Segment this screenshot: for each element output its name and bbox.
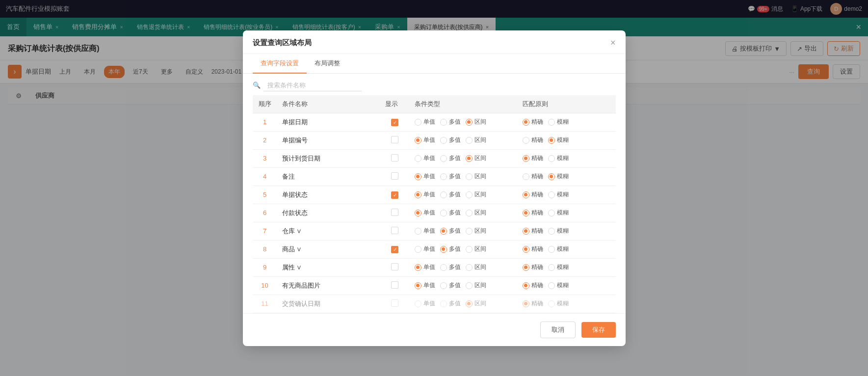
row-display[interactable] <box>380 149 410 167</box>
type-radio-item[interactable]: 多值 <box>440 263 461 271</box>
match-radio-item[interactable]: 模糊 <box>548 245 569 253</box>
type-radio-item[interactable]: 多值 <box>440 190 461 199</box>
row-display[interactable]: ✓ <box>380 113 410 131</box>
match-radio-circle <box>548 173 555 180</box>
type-radio-item[interactable]: 多值 <box>440 227 461 235</box>
type-radio-item[interactable]: 区间 <box>466 118 486 126</box>
row-match: 精确模糊 <box>518 240 616 258</box>
match-radio-item[interactable]: 模糊 <box>548 281 569 290</box>
type-radio-item[interactable]: 单值 <box>415 281 435 290</box>
display-checkbox[interactable] <box>391 172 398 180</box>
type-radio-item[interactable]: 区间 <box>466 154 486 162</box>
type-radio-item[interactable]: 多值 <box>440 118 461 126</box>
dialog-close-button[interactable]: × <box>610 38 616 47</box>
type-radio-item[interactable]: 单值 <box>415 172 435 181</box>
row-display[interactable] <box>380 131 410 149</box>
type-radio-item[interactable]: 多值 <box>440 209 461 217</box>
type-radio-item[interactable]: 区间 <box>466 190 486 199</box>
type-radio-item[interactable]: 多值 <box>440 299 461 308</box>
row-display[interactable] <box>380 276 410 295</box>
type-radio-item[interactable]: 区间 <box>466 245 486 253</box>
type-radio-item[interactable]: 单值 <box>415 154 435 162</box>
match-radio-item[interactable]: 精确 <box>523 299 543 308</box>
match-radio-circle <box>523 210 529 216</box>
type-radio-item[interactable]: 单值 <box>415 227 435 235</box>
row-name: 备注 <box>277 167 380 186</box>
type-radio-item[interactable]: 多值 <box>440 136 461 144</box>
type-radio-item[interactable]: 单值 <box>415 209 435 217</box>
table-row: 5单据状态✓单值多值区间精确模糊 <box>253 186 616 204</box>
search-input[interactable] <box>263 80 362 91</box>
row-display[interactable] <box>380 258 410 276</box>
type-radio-item[interactable]: 区间 <box>466 299 486 308</box>
type-radio-item[interactable]: 多值 <box>440 172 461 181</box>
type-radio-item[interactable]: 多值 <box>440 281 461 290</box>
type-radio-item[interactable]: 单值 <box>415 118 435 126</box>
match-radio-item[interactable]: 精确 <box>523 118 543 126</box>
display-checkbox[interactable] <box>391 136 398 143</box>
type-radio-item[interactable]: 单值 <box>415 263 435 271</box>
match-radio-item[interactable]: 精确 <box>523 154 543 162</box>
modal-overlay: 设置查询区域布局 × 查询字段设置 布局调整 🔍 顺序 条件名称 <box>0 0 868 376</box>
row-display[interactable]: ✓ <box>380 240 410 258</box>
match-radio-item[interactable]: 模糊 <box>548 172 569 181</box>
match-radio-circle <box>523 191 529 198</box>
match-radio-item[interactable]: 模糊 <box>548 263 569 271</box>
display-checkbox[interactable] <box>391 209 398 216</box>
type-radio-item[interactable]: 单值 <box>415 245 435 253</box>
dialog-tab-query[interactable]: 查询字段设置 <box>253 54 307 74</box>
type-radio-circle <box>440 264 447 271</box>
match-radio-circle <box>523 282 529 289</box>
display-checkbox[interactable]: ✓ <box>391 246 398 253</box>
type-radio-item[interactable]: 区间 <box>466 136 486 144</box>
match-radio-item[interactable]: 模糊 <box>548 190 569 199</box>
display-checkbox[interactable]: ✓ <box>391 191 398 199</box>
match-radio-item[interactable]: 精确 <box>523 281 543 290</box>
row-display[interactable]: ✓ <box>380 186 410 204</box>
match-radio-circle <box>523 228 529 235</box>
row-name: 有无商品图片 <box>277 276 380 295</box>
display-checkbox[interactable] <box>391 154 398 161</box>
btn-cancel[interactable]: 取消 <box>540 322 576 338</box>
col-match: 匹配原则 <box>518 95 616 113</box>
match-radio-item[interactable]: 精确 <box>523 245 543 253</box>
dialog-tab-layout[interactable]: 布局调整 <box>307 54 348 74</box>
match-radio-item[interactable]: 精确 <box>523 209 543 217</box>
match-radio-item[interactable]: 精确 <box>523 136 543 144</box>
display-checkbox[interactable] <box>391 263 398 270</box>
type-radio-item[interactable]: 区间 <box>466 227 486 235</box>
row-display[interactable] <box>380 295 410 313</box>
match-radio-item[interactable]: 模糊 <box>548 118 569 126</box>
match-radio-item[interactable]: 精确 <box>523 172 543 181</box>
row-match: 精确模糊 <box>518 113 616 131</box>
type-radio-item[interactable]: 区间 <box>466 263 486 271</box>
match-radio-item[interactable]: 模糊 <box>548 227 569 235</box>
type-radio-circle <box>415 173 421 180</box>
type-radio-circle <box>466 155 473 162</box>
type-radio-item[interactable]: 区间 <box>466 209 486 217</box>
match-radio-item[interactable]: 模糊 <box>548 209 569 217</box>
btn-save[interactable]: 保存 <box>581 322 616 338</box>
type-radio-item[interactable]: 多值 <box>440 245 461 253</box>
display-checkbox[interactable] <box>391 299 398 307</box>
match-radio-item[interactable]: 精确 <box>523 190 543 199</box>
display-checkbox[interactable]: ✓ <box>391 119 398 126</box>
type-radio-item[interactable]: 单值 <box>415 299 435 308</box>
row-order: 2 <box>253 131 277 149</box>
display-checkbox[interactable] <box>391 281 398 289</box>
match-radio-item[interactable]: 精确 <box>523 227 543 235</box>
type-radio-circle <box>440 210 447 216</box>
type-radio-item[interactable]: 区间 <box>466 281 486 290</box>
row-display[interactable] <box>380 204 410 222</box>
match-radio-item[interactable]: 模糊 <box>548 136 569 144</box>
type-radio-item[interactable]: 单值 <box>415 190 435 199</box>
display-checkbox[interactable] <box>391 227 398 234</box>
row-display[interactable] <box>380 167 410 186</box>
type-radio-item[interactable]: 区间 <box>466 172 486 181</box>
match-radio-item[interactable]: 模糊 <box>548 154 569 162</box>
match-radio-item[interactable]: 精确 <box>523 263 543 271</box>
match-radio-item[interactable]: 模糊 <box>548 299 569 308</box>
type-radio-item[interactable]: 多值 <box>440 154 461 162</box>
type-radio-item[interactable]: 单值 <box>415 136 435 144</box>
row-display[interactable] <box>380 222 410 240</box>
